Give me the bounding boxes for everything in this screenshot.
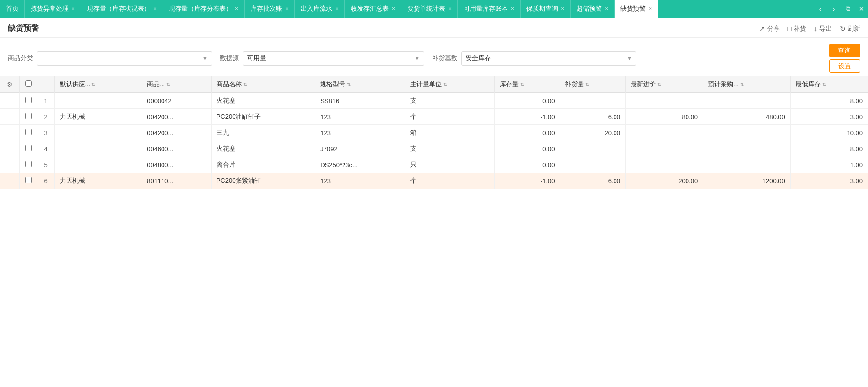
- tab-label: 缺货预警: [620, 4, 646, 13]
- tab-close-overstock-warning[interactable]: ×: [605, 5, 608, 12]
- tab-item-receive-summary[interactable]: 收发存汇总表×: [345, 0, 401, 18]
- tab-item-requisition-stat[interactable]: 要货单统计表×: [401, 0, 458, 18]
- export-label: 导出: [819, 24, 832, 33]
- tab-close-available-ledger[interactable]: ×: [511, 5, 514, 12]
- window-close-btn[interactable]: ✕: [854, 0, 868, 18]
- row-checkbox[interactable]: [25, 129, 32, 135]
- th-unit[interactable]: 主计量单位 ⇅: [405, 76, 495, 93]
- td-est_purchase: 480.00: [703, 109, 791, 125]
- col-sort-latest_price[interactable]: 最新进价 ⇅: [631, 80, 661, 88]
- share-icon: ↗: [760, 25, 765, 33]
- refresh-label: 刷新: [848, 24, 860, 33]
- row-checkbox[interactable]: [25, 97, 32, 103]
- tab-item-batch-account[interactable]: 库存批次账×: [245, 0, 295, 18]
- replenish-basis-select-value: 安全库存: [466, 54, 491, 63]
- td-unit: 个: [405, 173, 495, 189]
- row-checkbox[interactable]: [25, 177, 32, 183]
- replenish-basis-select[interactable]: 安全库存 ▼: [461, 51, 636, 66]
- tab-item-shortage-warning[interactable]: 缺货预警×: [615, 0, 658, 18]
- tab-item-home[interactable]: 首页: [0, 0, 25, 18]
- th-gear: ⚙: [0, 76, 19, 93]
- td-checkbox[interactable]: [19, 173, 37, 189]
- main-content: 缺货预警 ↗ 分享 □ 补货 ↓ 导出 ↻ 刷新 商品分类: [0, 18, 868, 387]
- tab-close-expiry-query[interactable]: ×: [561, 5, 564, 12]
- tab-item-overstock-warning[interactable]: 超储预警×: [571, 0, 615, 18]
- td-stock_qty: 0.00: [494, 93, 560, 109]
- tab-close-inout-flow[interactable]: ×: [335, 5, 339, 12]
- tab-item-available-ledger[interactable]: 可用量库存账本×: [458, 0, 521, 18]
- tab-nav-next[interactable]: ›: [827, 0, 841, 18]
- td-min_stock: 3.00: [790, 173, 868, 189]
- tab-label: 要货单统计表: [407, 4, 445, 13]
- th-product_code[interactable]: 商品... ⇅: [142, 76, 212, 93]
- col-sort-spec[interactable]: 规格型号 ⇅: [320, 80, 351, 88]
- export-btn[interactable]: ↓ 导出: [814, 24, 832, 33]
- col-sort-product_code[interactable]: 商品... ⇅: [147, 80, 170, 88]
- td-est_purchase: [703, 125, 791, 141]
- tab-label: 库存批次账: [251, 4, 282, 13]
- tab-item-inout-flow[interactable]: 出入库流水×: [295, 0, 345, 18]
- tab-close-receive-summary[interactable]: ×: [392, 5, 395, 12]
- th-min_stock[interactable]: 最低库存 ⇅: [790, 76, 868, 93]
- td-replenish_qty: [560, 141, 626, 157]
- query-button[interactable]: 查询: [829, 44, 860, 57]
- col-sort-default_supplier[interactable]: 默认供应... ⇅: [60, 80, 96, 88]
- td-unit: 支: [405, 141, 495, 157]
- tab-close-requisition-stat[interactable]: ×: [448, 5, 452, 12]
- td-checkbox[interactable]: [19, 93, 37, 109]
- td-product_name: 火花塞: [211, 93, 315, 109]
- td-min_stock: 3.00: [790, 109, 868, 125]
- td-replenish_qty: 20.00: [560, 125, 626, 141]
- th-stock_qty[interactable]: 库存量 ⇅: [494, 76, 560, 93]
- gear-icon[interactable]: ⚙: [7, 81, 13, 88]
- td-spec: 123: [315, 173, 405, 189]
- tab-close-exception[interactable]: ×: [72, 5, 75, 12]
- replenish-btn[interactable]: □ 补货: [788, 24, 806, 33]
- category-dropdown-icon: ▼: [202, 55, 208, 61]
- th-default_supplier[interactable]: 默认供应... ⇅: [54, 76, 142, 93]
- tab-item-exception[interactable]: 拣货异常处理×: [25, 0, 81, 18]
- tab-label: 可用量库存账本: [464, 4, 508, 13]
- td-latest_price: 80.00: [625, 109, 703, 125]
- tab-close-shortage-warning[interactable]: ×: [649, 5, 652, 12]
- setting-button[interactable]: 设置: [829, 59, 860, 73]
- td-rownum: 3: [37, 125, 54, 141]
- col-sort-est_purchase[interactable]: 预计采购... ⇅: [708, 80, 744, 88]
- col-sort-min_stock[interactable]: 最低库存 ⇅: [796, 80, 826, 88]
- tab-nav-prev[interactable]: ‹: [814, 0, 827, 18]
- td-checkbox[interactable]: [19, 109, 37, 125]
- tab-close-batch-account[interactable]: ×: [285, 5, 289, 12]
- col-sort-unit[interactable]: 主计量单位 ⇅: [410, 80, 447, 88]
- tab-item-expiry-query[interactable]: 保质期查询×: [521, 0, 571, 18]
- td-checkbox[interactable]: [19, 141, 37, 157]
- row-checkbox[interactable]: [25, 145, 32, 151]
- tab-item-stock-dist[interactable]: 现存量（库存分布表）×: [163, 0, 245, 18]
- tab-label: 首页: [6, 4, 18, 13]
- datasource-select[interactable]: 可用量 ▼: [243, 51, 424, 66]
- select-all-checkbox[interactable]: [25, 80, 32, 87]
- col-sort-replenish_qty[interactable]: 补货量 ⇅: [565, 80, 589, 88]
- share-btn[interactable]: ↗ 分享: [760, 24, 780, 33]
- col-sort-stock_qty[interactable]: 库存量 ⇅: [500, 80, 524, 88]
- th-est_purchase[interactable]: 预计采购... ⇅: [703, 76, 791, 93]
- td-spec: DS250*23c...: [315, 157, 405, 173]
- col-sort-product_name[interactable]: 商品名称 ⇅: [217, 80, 247, 88]
- refresh-btn[interactable]: ↻ 刷新: [840, 24, 860, 33]
- td-product_name: 离合片: [211, 157, 315, 173]
- th-replenish_qty[interactable]: 补货量 ⇅: [560, 76, 626, 93]
- td-checkbox[interactable]: [19, 125, 37, 141]
- th-product_name[interactable]: 商品名称 ⇅: [211, 76, 315, 93]
- row-checkbox[interactable]: [25, 113, 32, 119]
- window-restore-btn[interactable]: ⧉: [841, 0, 854, 18]
- tab-item-stock-status[interactable]: 现存量（库存状况表）×: [81, 0, 163, 18]
- tab-close-stock-dist[interactable]: ×: [235, 5, 238, 12]
- td-default_supplier: 力天机械: [54, 173, 142, 189]
- th-latest_price[interactable]: 最新进价 ⇅: [625, 76, 703, 93]
- category-select[interactable]: ▼: [37, 51, 212, 66]
- col-label-est_purchase: 预计采购...: [708, 80, 739, 88]
- td-checkbox[interactable]: [19, 157, 37, 173]
- td-unit: 只: [405, 157, 495, 173]
- th-spec[interactable]: 规格型号 ⇅: [315, 76, 405, 93]
- row-checkbox[interactable]: [25, 161, 32, 167]
- tab-close-stock-status[interactable]: ×: [153, 5, 157, 12]
